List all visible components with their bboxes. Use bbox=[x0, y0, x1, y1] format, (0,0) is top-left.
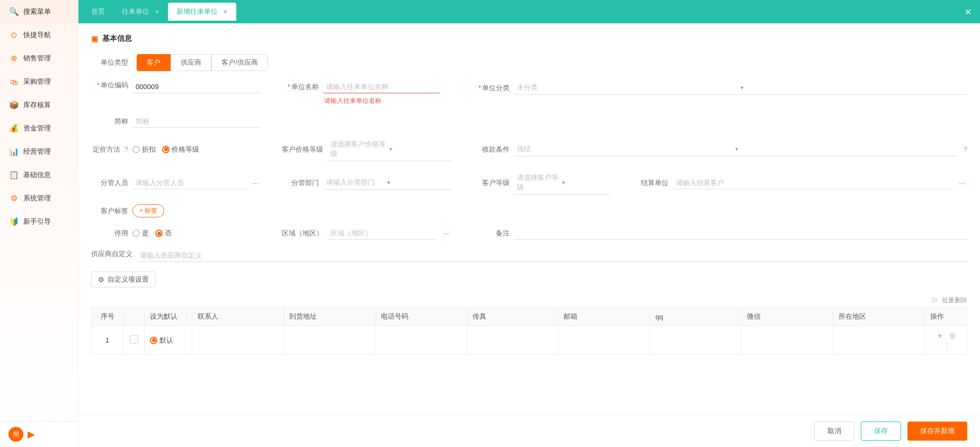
table-row: 1 默认 bbox=[92, 326, 967, 355]
pricing-radio-level[interactable]: 价格等级 bbox=[162, 145, 199, 154]
tab-new-partner[interactable]: 新增往来单位 ✕ bbox=[168, 3, 236, 21]
cell-address bbox=[283, 326, 375, 355]
remark-field: 备注 bbox=[473, 227, 967, 240]
save-button[interactable]: 保存 bbox=[861, 422, 901, 441]
pricing-help-icon[interactable]: ? bbox=[124, 145, 128, 153]
manager-more-icon[interactable]: ··· bbox=[250, 179, 261, 187]
email-input[interactable] bbox=[564, 334, 644, 346]
payment-help-icon[interactable]: ? bbox=[964, 145, 967, 153]
settlement-unit-label: 结算单位 bbox=[631, 178, 669, 188]
payment-terms-chevron: ▾ bbox=[735, 146, 954, 153]
operations-icon: 📊 bbox=[8, 146, 19, 157]
sidebar-item-inventory[interactable]: 📦 库存核算 bbox=[0, 93, 78, 117]
price-level-label: 客户价格等级 bbox=[282, 145, 323, 154]
table-header: 序号 设为默认 联系人 到货地址 电话号码 传真 邮箱 qq 微信 所在地区 操… bbox=[92, 308, 967, 326]
sidebar-item-operations[interactable]: 📊 经营管理 bbox=[0, 140, 78, 163]
cell-contact bbox=[192, 326, 284, 355]
window-close-icon[interactable]: ✕ bbox=[960, 7, 976, 17]
customer-level-select[interactable]: 请选择客户等级 ▾ bbox=[514, 171, 610, 195]
table-body: 1 默认 bbox=[92, 326, 967, 355]
region-input[interactable] bbox=[327, 227, 436, 240]
sidebar-item-quicknav[interactable]: ⊙ 快捷导航 bbox=[0, 23, 78, 47]
unit-category-chevron: ▾ bbox=[741, 84, 964, 91]
qq-input[interactable] bbox=[655, 334, 736, 346]
col-fax: 传真 bbox=[467, 308, 558, 326]
col-phone: 电话号码 bbox=[375, 308, 467, 326]
settlement-unit-input[interactable] bbox=[673, 177, 952, 189]
unit-code-field: *单位编码 bbox=[91, 81, 261, 93]
add-tag-button[interactable]: + 标签 bbox=[132, 204, 164, 217]
region-more-icon[interactable]: ··· bbox=[441, 229, 451, 238]
cancel-button[interactable]: 取消 bbox=[814, 422, 854, 441]
department-placeholder: 请输入分管部门 bbox=[326, 178, 387, 187]
disable-yes-radio[interactable]: 是 bbox=[132, 229, 149, 238]
short-name-input[interactable] bbox=[132, 115, 261, 128]
payment-terms-select[interactable]: 现结 ▾ bbox=[514, 142, 957, 156]
sidebar-expand-icon[interactable]: ▶ bbox=[28, 428, 35, 440]
sidebar-label-basic: 基础信息 bbox=[23, 170, 51, 180]
sidebar-label-purchase: 采购管理 bbox=[23, 77, 51, 86]
department-label: 分管部门 bbox=[282, 178, 319, 188]
pricing-radio-dot bbox=[164, 147, 168, 151]
add-row-icon[interactable]: ＋ bbox=[936, 331, 944, 340]
sidebar-item-sales[interactable]: ⊕ 销售管理 bbox=[0, 47, 78, 70]
shortname-row: 简称 bbox=[91, 115, 967, 128]
address-input[interactable] bbox=[289, 334, 370, 346]
tab-home-label: 首页 bbox=[91, 7, 105, 16]
save-new-button[interactable]: 保存并新增 bbox=[907, 422, 967, 441]
fax-input[interactable] bbox=[473, 334, 553, 346]
unit-code-input[interactable] bbox=[132, 81, 261, 93]
contact-input[interactable] bbox=[198, 334, 278, 346]
sidebar-label-quicknav: 快捷导航 bbox=[23, 30, 51, 40]
disable-no-radio[interactable]: 否 bbox=[155, 229, 172, 238]
sidebar-item-purchase[interactable]: 🛍 采购管理 bbox=[0, 70, 78, 93]
delete-row-icon[interactable]: 🗑 bbox=[949, 331, 956, 340]
sidebar-item-system[interactable]: ⚙ 系统管理 bbox=[0, 187, 78, 210]
col-region: 所在地区 bbox=[833, 308, 925, 326]
batch-delete-btn[interactable]: 批量删除 bbox=[942, 296, 967, 304]
disable-field: 停用 是 否 bbox=[91, 229, 261, 238]
tab-new-partner-close[interactable]: ✕ bbox=[223, 8, 228, 15]
sidebar: 🔍 搜索菜单 ⊙ 快捷导航 ⊕ 销售管理 🛍 采购管理 📦 库存核算 💰 资金管… bbox=[0, 0, 78, 447]
supplier-custom-label: 供应商自定义 bbox=[91, 249, 132, 259]
sidebar-item-search[interactable]: 🔍 搜索菜单 bbox=[0, 0, 78, 23]
remark-input[interactable] bbox=[514, 227, 967, 240]
sidebar-label-newbie: 新手引导 bbox=[23, 217, 51, 226]
row-checkbox[interactable] bbox=[130, 335, 138, 344]
unit-name-input[interactable] bbox=[323, 81, 440, 93]
type-btn-supplier[interactable]: 供应商 bbox=[171, 54, 211, 71]
col-qq: qq bbox=[650, 308, 742, 326]
quicknav-icon: ⊙ bbox=[8, 30, 19, 40]
unit-name-label: *单位名称 bbox=[282, 82, 319, 92]
default-radio-circle bbox=[150, 337, 157, 344]
phone-input[interactable] bbox=[381, 334, 461, 346]
sidebar-item-basic[interactable]: 📋 基础信息 bbox=[0, 163, 78, 187]
manager-input[interactable] bbox=[132, 177, 246, 189]
supplier-custom-input[interactable] bbox=[137, 249, 967, 262]
wechat-input[interactable] bbox=[747, 334, 827, 346]
cell-email bbox=[558, 326, 650, 355]
tab-home[interactable]: 首页 bbox=[83, 3, 113, 21]
payment-terms-field: 收款条件 现结 ▾ ? bbox=[473, 142, 967, 156]
custom-settings-button[interactable]: ⚙ 自定义项设置 bbox=[91, 271, 156, 287]
customer-level-field: 客户等级 请选择客户等级 ▾ bbox=[473, 171, 610, 195]
department-select[interactable]: 请输入分管部门 ▾ bbox=[323, 176, 451, 190]
col-email: 邮箱 bbox=[558, 308, 650, 326]
custom-settings-label: 自定义项设置 bbox=[108, 275, 149, 284]
unit-category-select[interactable]: 未分类 ▾ bbox=[514, 81, 967, 95]
payment-terms-value: 现结 bbox=[517, 144, 735, 154]
sidebar-label-sales: 销售管理 bbox=[23, 54, 51, 63]
default-radio[interactable]: 默认 bbox=[150, 336, 186, 345]
type-btn-both[interactable]: 客户/供应商 bbox=[211, 54, 268, 71]
sidebar-item-finance[interactable]: 💰 资金管理 bbox=[0, 117, 78, 140]
pricing-radio-discount[interactable]: 折扣 bbox=[132, 145, 156, 154]
type-btn-customer[interactable]: 客户 bbox=[137, 54, 171, 71]
table-region-input[interactable] bbox=[839, 334, 919, 346]
settlement-more-icon[interactable]: ··· bbox=[957, 179, 967, 187]
pricing-radio-group: 折扣 价格等级 bbox=[132, 145, 199, 154]
cell-seq: 1 bbox=[92, 326, 123, 355]
tab-partner-list-close[interactable]: ✕ bbox=[155, 8, 159, 15]
sidebar-item-newbie[interactable]: 🔰 新手引导 bbox=[0, 210, 78, 233]
price-level-select[interactable]: 请选择客户价格等级 ▾ bbox=[327, 137, 451, 161]
tab-partner-list[interactable]: 往来单位 ✕ bbox=[113, 3, 168, 21]
